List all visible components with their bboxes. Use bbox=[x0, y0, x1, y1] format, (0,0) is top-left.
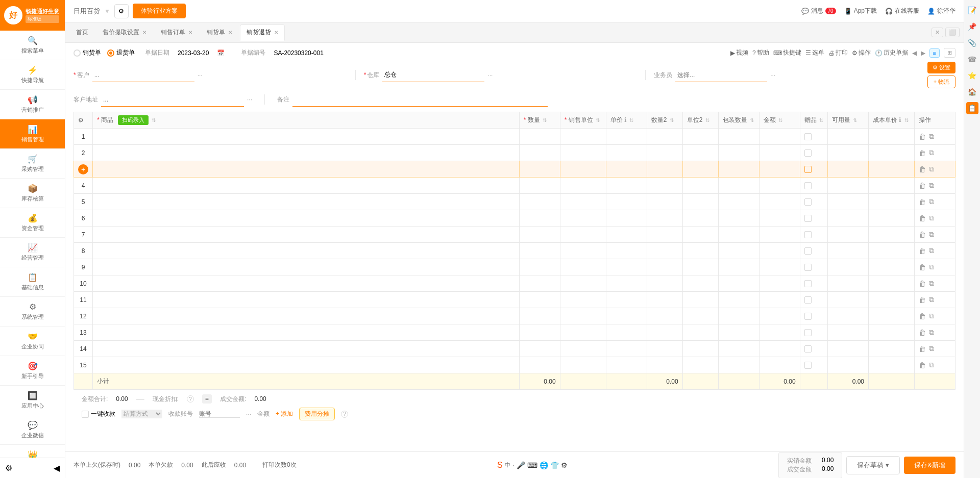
warehouse-expand-icon[interactable]: ··· bbox=[487, 71, 493, 79]
sidebar-item-appstore[interactable]: 🔲 应用中心 bbox=[0, 386, 65, 415]
radio-sales[interactable]: 销货单 bbox=[74, 48, 101, 57]
ime-icon4[interactable]: ⌨ bbox=[527, 461, 537, 469]
save-new-button[interactable]: 保存&新增 bbox=[904, 457, 955, 474]
delete-icon[interactable]: 🗑 bbox=[919, 329, 926, 337]
radio-return[interactable]: 退货单 bbox=[107, 48, 135, 57]
sort-icon[interactable]: ⇅ bbox=[152, 117, 156, 123]
sidebar-item-inventory[interactable]: 📦 库存核算 bbox=[0, 179, 65, 208]
product-cell[interactable] bbox=[93, 129, 520, 145]
sidebar-collapse-icon[interactable]: ◀ bbox=[54, 463, 60, 473]
sort-icon[interactable]: ⇅ bbox=[596, 117, 600, 123]
tab-close-icon[interactable]: ✕ bbox=[188, 30, 192, 35]
delete-icon[interactable]: 🗑 bbox=[919, 231, 926, 239]
pin-icon[interactable]: 📌 bbox=[966, 20, 978, 33]
qty2-cell[interactable] bbox=[647, 129, 682, 145]
help-button[interactable]: ? 帮助 bbox=[752, 48, 769, 57]
ime-icon6[interactable]: 👕 bbox=[550, 461, 559, 469]
fee-help-icon[interactable]: ? bbox=[341, 411, 348, 418]
qty-cell[interactable] bbox=[519, 161, 560, 178]
copy-icon[interactable]: ⧉ bbox=[929, 361, 934, 369]
sidebar-item-enterprise[interactable]: 🤝 企业协同 bbox=[0, 326, 65, 356]
pkg-qty-cell[interactable] bbox=[718, 129, 759, 145]
sort-icon[interactable]: ⇅ bbox=[904, 117, 909, 123]
sidebar-item-wechat[interactable]: 💬 企业微信 bbox=[0, 415, 65, 445]
copy-icon[interactable]: ⧉ bbox=[929, 230, 934, 239]
gift-checkbox[interactable] bbox=[804, 280, 812, 287]
settings-side-button[interactable]: ⚙ 设置 bbox=[927, 62, 955, 73]
gift-checkbox[interactable] bbox=[804, 215, 812, 222]
available-cell[interactable] bbox=[828, 145, 869, 161]
gift-checkbox[interactable] bbox=[804, 345, 812, 353]
user-profile[interactable]: 👤 徐泽华 bbox=[927, 7, 955, 15]
tab-sales[interactable]: 销货单 ✕ bbox=[200, 24, 239, 41]
gift-checkbox[interactable] bbox=[804, 362, 812, 369]
help-icon[interactable]: ? bbox=[187, 395, 194, 402]
remark-input[interactable] bbox=[292, 92, 548, 107]
unit-cell[interactable] bbox=[560, 145, 606, 161]
settings-icon[interactable]: ⚙ bbox=[5, 463, 12, 473]
fee-split-button[interactable]: 费用分摊 bbox=[299, 408, 335, 420]
scan-button[interactable]: 扫码录入 bbox=[118, 115, 149, 125]
delete-icon[interactable]: 🗑 bbox=[919, 149, 926, 157]
account-input[interactable] bbox=[199, 410, 240, 418]
pkg-qty-cell[interactable] bbox=[718, 145, 759, 161]
copy-icon[interactable]: ⧉ bbox=[929, 181, 934, 190]
product-cell[interactable] bbox=[93, 178, 520, 194]
video-button[interactable]: ▶ 视频 bbox=[730, 48, 748, 57]
sort-icon[interactable]: ⇅ bbox=[778, 117, 782, 123]
delete-icon[interactable]: 🗑 bbox=[919, 345, 926, 353]
product-cell[interactable] bbox=[93, 161, 520, 178]
logistics-button[interactable]: + 物流 bbox=[927, 76, 955, 88]
tab-sales-order[interactable]: 销售订单 ✕ bbox=[154, 24, 199, 41]
delete-icon[interactable]: 🗑 bbox=[919, 165, 926, 173]
ime-icon2[interactable]: · bbox=[512, 461, 514, 469]
unit2-cell[interactable] bbox=[682, 161, 718, 178]
delete-icon[interactable]: 🗑 bbox=[919, 182, 926, 190]
add-button[interactable]: + 添加 bbox=[276, 410, 293, 418]
product-cell[interactable] bbox=[93, 145, 520, 161]
calendar-icon[interactable]: 📅 bbox=[217, 49, 225, 57]
copy-icon[interactable]: ⧉ bbox=[929, 263, 934, 271]
sidebar-item-shortcut[interactable]: ⚡ 快捷导航 bbox=[0, 60, 65, 90]
delete-icon[interactable]: 🗑 bbox=[919, 263, 926, 271]
one-click-checkbox[interactable] bbox=[82, 411, 89, 418]
history-button[interactable]: 🕐 历史单据 bbox=[875, 48, 908, 57]
gift-checkbox[interactable] bbox=[804, 149, 812, 157]
sidebar-item-finance[interactable]: 💰 资金管理 bbox=[0, 208, 65, 238]
qty2-cell[interactable] bbox=[647, 145, 682, 161]
sort-icon[interactable]: ⇅ bbox=[543, 117, 547, 123]
gift-checkbox[interactable] bbox=[804, 166, 812, 173]
phone-icon[interactable]: ☎ bbox=[966, 53, 978, 65]
available-cell[interactable] bbox=[828, 161, 869, 178]
delete-icon[interactable]: 🗑 bbox=[919, 198, 926, 206]
save-draft-button[interactable]: 保存草稿 ▾ bbox=[846, 456, 900, 474]
cost-price-cell[interactable] bbox=[869, 178, 915, 194]
unit2-cell[interactable] bbox=[682, 145, 718, 161]
home-icon[interactable]: 🏠 bbox=[966, 86, 978, 98]
copy-icon[interactable]: ⧉ bbox=[929, 148, 934, 157]
tab-sales-return[interactable]: 销货退货 ✕ bbox=[240, 24, 285, 41]
sidebar-item-purchase[interactable]: 🛒 采购管理 bbox=[0, 149, 65, 179]
delete-icon[interactable]: 🗑 bbox=[919, 361, 926, 369]
one-click-payment[interactable]: 一键收款 bbox=[82, 410, 115, 418]
gift-checkbox[interactable] bbox=[804, 133, 812, 140]
qty-cell[interactable] bbox=[519, 129, 560, 145]
salesperson-expand-icon[interactable]: ··· bbox=[770, 71, 775, 79]
unit2-cell[interactable] bbox=[682, 129, 718, 145]
sidebar-item-search[interactable]: 🔍 搜索菜单 bbox=[0, 31, 65, 60]
qty2-cell[interactable] bbox=[647, 178, 682, 194]
tab-price-setting[interactable]: 售价提取设置 ✕ bbox=[96, 24, 153, 41]
gift-checkbox[interactable] bbox=[804, 182, 812, 189]
star-icon[interactable]: ⭐ bbox=[966, 69, 978, 82]
delete-icon[interactable]: 🗑 bbox=[919, 312, 926, 320]
sort-icon[interactable]: ⇅ bbox=[853, 117, 857, 123]
doc-date-value[interactable]: 2023-03-20 bbox=[178, 49, 209, 57]
customer-expand-icon[interactable]: ··· bbox=[198, 71, 203, 79]
amount-cell[interactable] bbox=[759, 129, 800, 145]
copy-icon[interactable]: ⧉ bbox=[929, 132, 934, 141]
trial-button[interactable]: 体验行业方案 bbox=[133, 4, 186, 18]
customer-service-button[interactable]: 🎧 在线客服 bbox=[885, 7, 919, 15]
gift-checkbox[interactable] bbox=[804, 329, 812, 336]
app-download-button[interactable]: 📱 App下载 bbox=[844, 7, 877, 15]
account-expand[interactable]: ··· bbox=[246, 411, 251, 418]
